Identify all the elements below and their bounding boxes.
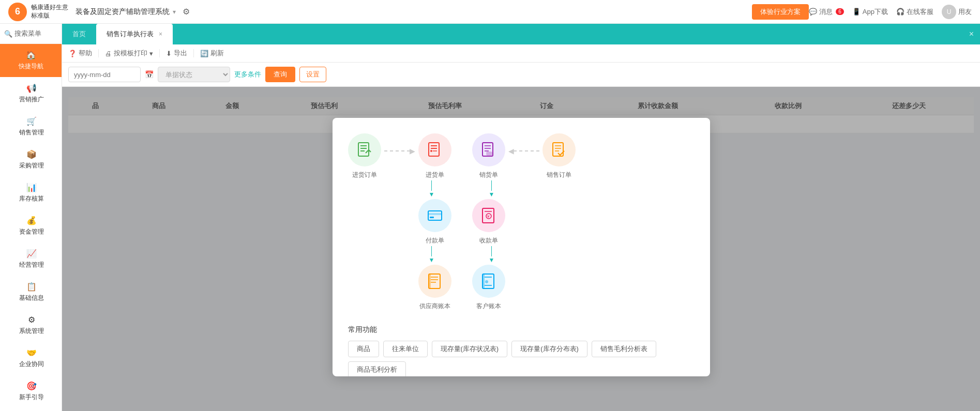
toolbar-separator-2 — [159, 49, 160, 57]
refresh-icon: 🔄 — [200, 50, 208, 57]
sidebar-item-system[interactable]: ⚙ 系统管理 — [0, 309, 62, 342]
tab-home[interactable]: 首页 — [62, 24, 96, 44]
flow-node-customer-ledger[interactable]: 客户账本 — [472, 265, 505, 311]
sidebar-item-finance[interactable]: 💰 资金管理 — [0, 209, 62, 242]
flow-payment-row: 付款单 — [348, 199, 451, 245]
system-dropdown-btn[interactable]: ▾ — [173, 8, 176, 16]
logo-text: 畅康通好生意 标准版 — [31, 4, 68, 20]
svg-rect-11 — [430, 217, 434, 218]
user-item[interactable]: U 用友 — [942, 5, 972, 19]
sales-order-label: 销售订单 — [547, 171, 571, 179]
top-bar: 6 畅康通好生意 标准版 装备及固定资产辅助管理系统 ▾ ⚙ 体验行业方案 💬 … — [0, 0, 980, 24]
operations-icon: 📈 — [26, 249, 37, 258]
sidebar: 🔍 搜索菜单 🏠 快捷导航 📢 营销推广 🛒 销售管理 📦 采购管理 📊 — [0, 24, 62, 411]
flow-node-payment-bill[interactable]: 付款单 — [418, 199, 451, 245]
flow-supplier-row: 供应商账本 — [348, 265, 451, 311]
sidebar-item-sales[interactable]: 🛒 销售管理 — [0, 110, 62, 143]
flow-node-sales-bill[interactable]: 销货单 — [472, 133, 505, 179]
sidebar-item-basic-info[interactable]: 📋 基础信息 — [0, 276, 62, 309]
system-title-area: 装备及固定资产辅助管理系统 ▾ ⚙ — [76, 5, 752, 19]
gear-icon[interactable]: ⚙ — [179, 5, 193, 19]
flow-node-purchase-order[interactable]: 进货订单 — [348, 133, 381, 179]
sidebar-item-purchase[interactable]: 📦 采购管理 — [0, 143, 62, 176]
supplier-ledger-circle — [418, 265, 451, 298]
app-download-item[interactable]: 📱 App下载 — [852, 7, 888, 17]
svg-rect-4 — [429, 143, 439, 156]
func-btn-product[interactable]: 商品 — [348, 341, 379, 357]
customer-ledger-circle — [472, 265, 505, 298]
date-start-input[interactable] — [68, 67, 141, 82]
purchase-icon: 📦 — [26, 149, 37, 159]
trial-button[interactable]: 体验行业方案 — [752, 4, 809, 20]
set-button[interactable]: 设置 — [299, 67, 326, 82]
logo-icon: 6 — [8, 3, 27, 21]
purchase-bill-circle — [418, 133, 451, 166]
func-btn-contacts[interactable]: 往来单位 — [383, 341, 428, 357]
receipt-bill-icon: ¥ — [479, 206, 498, 225]
flow-receipt-row: ¥ 收款单 — [472, 199, 576, 245]
func-btn-stock-status[interactable]: 现存量(库存状况表) — [432, 341, 508, 357]
svg-text:¥: ¥ — [487, 214, 490, 219]
tab-bar: 首页 销售订单执行表 × × — [62, 24, 980, 44]
func-buttons-row1: 商品 往来单位 现存量(库存状况表) 现存量(库存分布表) 销售毛利分析表 商品… — [348, 341, 695, 376]
flow-node-sales-order[interactable]: 销售订单 — [542, 133, 576, 179]
toolbar-separator-1 — [98, 49, 99, 57]
tab-bar-close-icon[interactable]: × — [969, 29, 974, 39]
sidebar-item-enterprise[interactable]: 🤝 企业协同 — [0, 342, 62, 375]
svg-point-32 — [485, 280, 488, 283]
search-icon: 🔍 — [4, 30, 12, 38]
customer-ledger-icon — [479, 272, 498, 291]
basic-info-icon: 📋 — [26, 282, 37, 292]
more-conditions-link[interactable]: 更多条件 — [234, 70, 261, 79]
flow-left-col: 进货订单 ▶ — [348, 133, 451, 311]
avatar: U — [942, 5, 956, 19]
flow-node-supplier-ledger[interactable]: 供应商账本 — [418, 265, 451, 311]
func-btn-product-margin[interactable]: 商品毛利分析 — [348, 361, 406, 376]
sales-bill-label: 销货单 — [479, 171, 498, 179]
help-button[interactable]: ❓ 帮助 — [68, 49, 92, 58]
payment-bill-icon — [426, 206, 444, 225]
arrow-sales-to-bill: ◀ — [508, 147, 539, 155]
sidebar-item-newbie[interactable]: 🎯 新手引导 — [0, 375, 62, 408]
template-print-button[interactable]: 🖨 按模板打印 ▾ — [105, 49, 153, 58]
sidebar-item-operations[interactable]: 📈 经营管理 — [0, 242, 62, 276]
flow-sales-row: 销货单 ◀ — [472, 133, 576, 179]
sidebar-search[interactable]: 🔍 搜索菜单 — [0, 24, 62, 44]
tab-sales-order[interactable]: 销售订单执行表 × — [96, 24, 173, 44]
export-button[interactable]: ⬇ 导出 — [166, 49, 187, 58]
service-icon: 🎧 — [896, 8, 904, 16]
common-functions-section: 常用功能 商品 往来单位 现存量(库存状况表) 现存量(库存分布表) 销售毛利分… — [348, 325, 695, 376]
receipt-bill-circle: ¥ — [472, 199, 505, 232]
message-item[interactable]: 💬 消息 6 — [809, 7, 844, 17]
purchase-order-icon — [355, 141, 374, 159]
top-bar-right: 💬 消息 6 📱 App下载 🎧 在线客服 U 用友 — [809, 5, 972, 19]
flow-customer-row: 客户账本 — [472, 265, 576, 311]
print-icon: 🖨 — [105, 50, 112, 57]
modal-overlay: 进货订单 ▶ — [62, 87, 980, 411]
flow-node-purchase-bill[interactable]: 进货单 — [418, 133, 451, 179]
enterprise-icon: 🤝 — [26, 348, 37, 358]
logo-area: 6 畅康通好生意 标准版 — [8, 3, 70, 21]
sidebar-item-marketing[interactable]: 📢 营销推广 — [0, 77, 62, 110]
sidebar-item-quick-nav[interactable]: 🏠 快捷导航 — [0, 44, 62, 77]
svg-rect-0 — [358, 143, 369, 156]
sidebar-item-inventory[interactable]: 📊 库存核算 — [0, 176, 62, 209]
status-select[interactable]: 单据状态 — [158, 67, 230, 82]
func-btn-sales-margin[interactable]: 销售毛利分析表 — [592, 341, 656, 357]
search-button[interactable]: 查询 — [265, 67, 295, 82]
func-btn-stock-dist[interactable]: 现存量(库存分布表) — [511, 341, 587, 357]
flow-diagram: 进货订单 ▶ — [348, 133, 695, 321]
newbie-icon: 🎯 — [26, 381, 37, 391]
refresh-button[interactable]: 🔄 刷新 — [200, 49, 224, 58]
app-wrapper: 6 畅康通好生意 标准版 装备及固定资产辅助管理系统 ▾ ⚙ 体验行业方案 💬 … — [0, 0, 980, 411]
help-icon: ❓ — [68, 50, 77, 57]
page-content: 品 商品 金额 预估毛利 预估毛利率 订金 累计收款金额 收款比例 还差多少天 — [62, 87, 980, 411]
online-service-item[interactable]: 🎧 在线客服 — [896, 7, 933, 17]
modal-box: 进货订单 ▶ — [333, 118, 710, 376]
inventory-icon: 📊 — [26, 182, 37, 192]
tab-close-icon[interactable]: × — [159, 31, 162, 38]
flow-node-receipt-bill[interactable]: ¥ 收款单 — [472, 199, 505, 245]
customer-ledger-label: 客户账本 — [476, 302, 501, 311]
finance-icon: 💰 — [26, 216, 37, 225]
calendar-icon[interactable]: 📅 — [145, 70, 154, 79]
